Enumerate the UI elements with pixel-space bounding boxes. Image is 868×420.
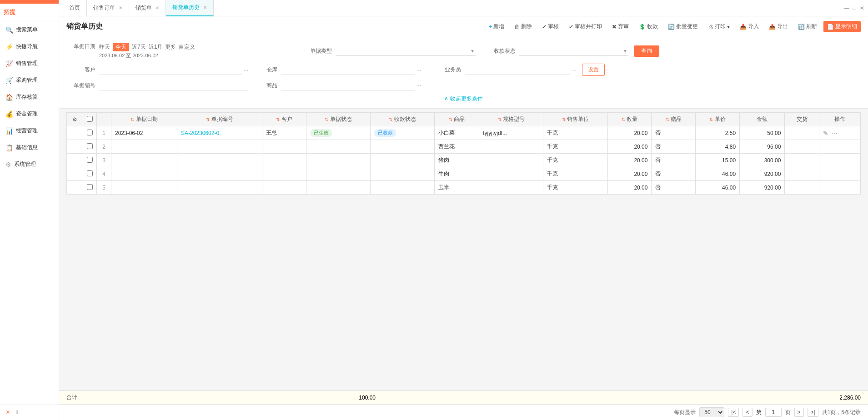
col-qty[interactable]: ⇅ 数量 (607, 113, 652, 126)
more-icon[interactable]: ⋯ (831, 130, 838, 137)
shortcut-more[interactable]: 更多 (165, 43, 176, 51)
col-doc-no[interactable]: ⇅ 单据编号 (177, 113, 262, 126)
minimize-icon[interactable]: — (844, 5, 849, 11)
shortcut-7days[interactable]: 近7天 (132, 43, 146, 51)
sidebar-bottom-icon1[interactable]: ☀ (5, 409, 10, 415)
goods-ellipsis[interactable]: ··· (416, 82, 421, 89)
row-select-checkbox[interactable] (87, 157, 93, 163)
shortcut-yesterday[interactable]: 昨天 (99, 43, 110, 51)
refresh-button[interactable]: 🔃 刷新 (794, 21, 821, 32)
row-customer (262, 154, 306, 167)
customer-ellipsis[interactable]: ··· (244, 67, 248, 73)
row-select-checkbox[interactable] (87, 170, 93, 176)
inventory-icon: 🏠 (5, 94, 13, 101)
salesperson-input[interactable] (465, 65, 570, 75)
row-select-checkbox[interactable] (87, 130, 93, 135)
tab-sales-goods[interactable]: 销货单 ✕ (129, 0, 166, 16)
row-doc-no[interactable]: SA-20230602-0 (177, 126, 262, 140)
import-button[interactable]: 📥 导入 (736, 21, 763, 32)
last-page-btn[interactable]: >| (808, 408, 818, 417)
col-price[interactable]: ⇅ 单价 (696, 113, 740, 126)
col-doc-date[interactable]: ⇅ 单据日期 (111, 113, 177, 126)
sidebar-item-purchase-mgmt[interactable]: 🛒 采购管理 (0, 72, 59, 89)
delete-button[interactable]: 🗑 删除 (511, 21, 536, 32)
query-button[interactable]: 查询 (634, 45, 659, 57)
row-doc-no[interactable] (177, 167, 262, 181)
salesperson-ellipsis[interactable]: ··· (572, 67, 577, 73)
col-gear[interactable]: ⚙ (67, 113, 83, 126)
payment-status-select[interactable]: ▾ (519, 46, 628, 56)
tab-sales-history-close[interactable]: ✕ (203, 5, 207, 10)
collect-button[interactable]: 💲 收款 (635, 21, 662, 32)
col-unit[interactable]: ⇅ 销售单位 (543, 113, 607, 126)
prev-page-btn[interactable]: < (743, 408, 752, 417)
sidebar-bottom-icon2[interactable]: ⏸ (14, 409, 20, 415)
review-print-button[interactable]: ✔ 审核并打印 (565, 21, 606, 32)
page-number-input[interactable] (765, 408, 782, 417)
doc-type-select[interactable]: ▾ (336, 46, 476, 56)
select-all-checkbox[interactable] (87, 116, 93, 122)
docno-input[interactable] (99, 80, 248, 90)
sidebar-item-quick-nav[interactable]: ⚡ 快捷导航 (0, 38, 59, 55)
show-detail-button[interactable]: 📄 显示明细 (823, 21, 861, 32)
col-amount[interactable]: 金额 (740, 113, 785, 126)
first-page-btn[interactable]: |< (728, 408, 739, 417)
row-doc-date (111, 167, 177, 181)
abandon-button[interactable]: ✖ 弃审 (608, 21, 632, 32)
col-doc-status[interactable]: ⇅ 单据状态 (306, 113, 370, 126)
tab-sales-history[interactable]: 销货单历史 ✕ (166, 0, 214, 16)
row-actions (819, 154, 861, 167)
collapse-icon: ∧ (444, 95, 448, 103)
sidebar-item-sales-mgmt[interactable]: 📈 销售管理 (0, 55, 59, 72)
tab-sales-goods-close[interactable]: ✕ (156, 5, 159, 10)
table-footer: 合计: 100.00 2,286.00 (59, 390, 868, 404)
add-button[interactable]: + 新增 (485, 21, 508, 32)
row-checkbox[interactable] (83, 181, 97, 195)
sidebar-item-search-menu[interactable]: 🔍 搜索菜单 (0, 21, 59, 38)
review-icon: ✔ (542, 24, 547, 30)
customer-input[interactable] (99, 65, 242, 75)
edit-icon[interactable]: ✎ (823, 130, 828, 137)
tab-home[interactable]: 首页 (63, 0, 87, 16)
next-page-btn[interactable]: > (794, 408, 804, 417)
export-button[interactable]: 📤 导出 (765, 21, 792, 32)
sidebar-item-basic-info[interactable]: 📋 基础信息 (0, 139, 59, 156)
settings-button[interactable]: 设置 (582, 64, 605, 76)
shortcut-custom[interactable]: 自定义 (179, 43, 195, 51)
row-doc-no[interactable] (177, 181, 262, 195)
sidebar-item-operations[interactable]: 📊 经营管理 (0, 122, 59, 139)
close-icon[interactable]: ✕ (860, 5, 864, 11)
review-button[interactable]: ✔ 审核 (538, 21, 562, 32)
col-customer[interactable]: ⇅ 客户 (262, 113, 306, 126)
row-doc-status (306, 154, 370, 167)
sidebar-item-finance[interactable]: 💰 资金管理 (0, 105, 59, 122)
row-select-checkbox[interactable] (87, 184, 93, 190)
row-checkbox[interactable] (83, 140, 97, 154)
sidebar-item-inventory[interactable]: 🏠 库存核算 (0, 89, 59, 105)
col-payment-status[interactable]: ⇅ 收款状态 (370, 113, 434, 126)
row-checkbox[interactable] (83, 154, 97, 167)
row-doc-no[interactable] (177, 154, 262, 167)
warehouse-input[interactable] (281, 65, 415, 75)
tab-sales-order[interactable]: 销售订单 ✕ (87, 0, 129, 16)
row-doc-no[interactable] (177, 140, 262, 154)
col-goods[interactable]: ⇅ 商品 (435, 113, 479, 126)
row-checkbox[interactable] (83, 167, 97, 181)
shortcut-today[interactable]: 今天 (113, 43, 129, 51)
row-checkbox[interactable] (83, 126, 97, 140)
shortcut-1month[interactable]: 近1月 (149, 43, 163, 51)
col-gift[interactable]: ⇅ 赠品 (652, 113, 696, 126)
row-select-checkbox[interactable] (87, 143, 93, 149)
col-spec[interactable]: ⇅ 规格型号 (479, 113, 543, 126)
goods-input[interactable] (281, 80, 415, 90)
warehouse-ellipsis[interactable]: ··· (416, 67, 421, 73)
page-size-select[interactable]: 50 100 200 (699, 407, 724, 417)
row-gift: 否 (652, 140, 696, 154)
tab-sales-order-close[interactable]: ✕ (119, 5, 122, 10)
col-transaction[interactable]: 交货 (785, 113, 819, 126)
maximize-icon[interactable]: □ (853, 5, 856, 11)
collapse-row[interactable]: ∧ 收起更多条件 (66, 95, 861, 103)
print-button[interactable]: 🖨 打印 ▾ (704, 21, 733, 32)
sidebar-item-sys-mgmt[interactable]: ⚙ 系统管理 (0, 156, 59, 173)
batch-change-button[interactable]: 🔄 批量变更 (664, 21, 702, 32)
